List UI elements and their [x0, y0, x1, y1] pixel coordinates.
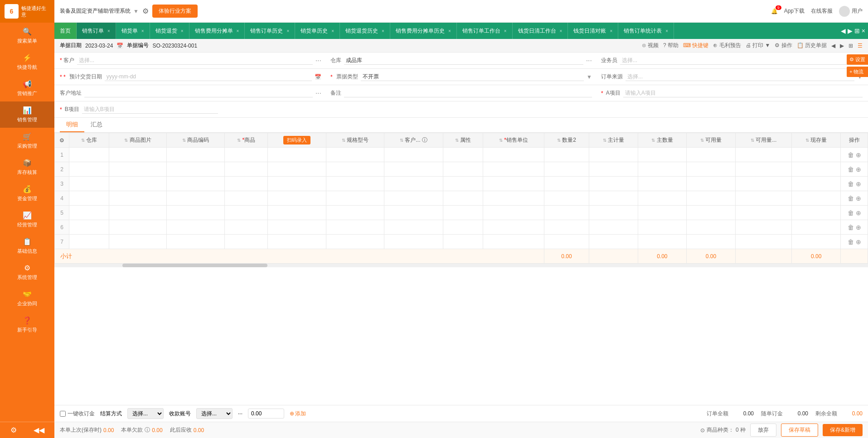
- sidebar-item-marketing[interactable]: 📢 营销推广: [0, 75, 54, 101]
- close-icon[interactable]: ×: [181, 29, 184, 34]
- row-spec[interactable]: [326, 162, 384, 177]
- sidebar-item-basic[interactable]: 📋 基础信息: [0, 233, 54, 259]
- video-btn[interactable]: ⊙ 视频: [642, 42, 659, 49]
- settings-bottom-icon[interactable]: ⚙: [10, 426, 17, 434]
- grid-view-icon[interactable]: ⊞: [849, 43, 853, 49]
- copy-row-icon[interactable]: ⊕: [856, 151, 861, 159]
- save-draft-btn[interactable]: 保存草稿: [781, 424, 818, 437]
- row-main-qty[interactable]: [638, 177, 687, 191]
- tab-cash-workbench[interactable]: 钱货日清工作台 ×: [513, 23, 568, 39]
- tab-sales-stats[interactable]: 销售订单统计表 ×: [618, 23, 674, 39]
- row-stock[interactable]: [792, 220, 841, 235]
- row-main-qty[interactable]: [638, 235, 687, 249]
- row-available[interactable]: [687, 206, 736, 220]
- row-main-qty[interactable]: [638, 206, 687, 220]
- delivery-calendar-icon[interactable]: 📅: [315, 74, 321, 80]
- row-unit[interactable]: [483, 148, 544, 162]
- sidebar-item-search[interactable]: 🔍 搜索菜单: [0, 23, 54, 49]
- sidebar-item-guide[interactable]: ❓ 新手引导: [0, 312, 54, 338]
- row-product[interactable]: [225, 220, 268, 235]
- tab-sales-return[interactable]: 销货退货 ×: [150, 23, 189, 39]
- row-unit[interactable]: [483, 206, 544, 220]
- prev-doc-icon[interactable]: ◀: [831, 43, 835, 49]
- history-btn[interactable]: 📋 历史单据: [797, 42, 827, 49]
- col-settings[interactable]: ⚙: [55, 133, 69, 148]
- row-image[interactable]: [109, 235, 167, 249]
- copy-row-icon[interactable]: ⊕: [856, 209, 861, 217]
- row-customer-code[interactable]: [384, 220, 443, 235]
- delete-row-icon[interactable]: 🗑: [848, 238, 854, 245]
- row-main-unit[interactable]: [589, 235, 638, 249]
- row-image[interactable]: [109, 162, 167, 177]
- tab-detail[interactable]: 明细: [60, 118, 84, 132]
- row-main-qty[interactable]: [638, 191, 687, 206]
- copy-row-icon[interactable]: ⊕: [856, 224, 861, 231]
- row-attr[interactable]: [443, 220, 483, 235]
- account-select[interactable]: 选择...: [196, 408, 233, 419]
- row-available[interactable]: [687, 235, 736, 249]
- row-attr[interactable]: [443, 177, 483, 191]
- delete-row-icon[interactable]: 🗑: [848, 180, 854, 188]
- delete-row-icon[interactable]: 🗑: [848, 151, 854, 159]
- row-customer-code[interactable]: [384, 177, 443, 191]
- invoice-dropdown-icon[interactable]: ▼: [587, 74, 592, 80]
- copy-row-icon[interactable]: ⊕: [856, 180, 861, 188]
- collapse-icon[interactable]: ◀◀: [34, 426, 44, 434]
- row-attr[interactable]: [443, 162, 483, 177]
- row-unit[interactable]: [483, 235, 544, 249]
- online-service-link[interactable]: 在线客服: [811, 7, 833, 15]
- row-image[interactable]: [109, 220, 167, 235]
- delete-row-icon[interactable]: 🗑: [848, 166, 854, 173]
- row-available[interactable]: [687, 220, 736, 235]
- save-new-btn[interactable]: 保存&新增: [823, 424, 863, 436]
- row-customer-code[interactable]: [384, 148, 443, 162]
- row-available2[interactable]: [735, 162, 791, 177]
- sidebar-item-operation[interactable]: 📈 经营管理: [0, 207, 54, 233]
- invoice-input[interactable]: [361, 72, 584, 81]
- row-warehouse[interactable]: [69, 206, 109, 220]
- one-click-checkbox[interactable]: [60, 411, 66, 417]
- row-spec[interactable]: [326, 148, 384, 162]
- tab-sales-order[interactable]: 销售订单 ×: [77, 23, 116, 39]
- row-stock[interactable]: [792, 191, 841, 206]
- material-float-btn[interactable]: + 物流: [847, 67, 868, 77]
- row-code[interactable]: [167, 235, 225, 249]
- delete-row-icon[interactable]: 🗑: [848, 209, 854, 217]
- row-product[interactable]: [225, 191, 268, 206]
- customer-input[interactable]: [77, 56, 313, 65]
- row-warehouse[interactable]: [69, 148, 109, 162]
- row-stock[interactable]: [792, 177, 841, 191]
- row-warehouse[interactable]: [69, 162, 109, 177]
- row-product[interactable]: [225, 177, 268, 191]
- row-main-unit[interactable]: [589, 148, 638, 162]
- delete-row-icon[interactable]: 🗑: [848, 224, 854, 231]
- row-code[interactable]: [167, 177, 225, 191]
- row-unit[interactable]: [483, 191, 544, 206]
- row-main-qty[interactable]: [638, 220, 687, 235]
- close-all-icon[interactable]: ×: [862, 27, 865, 34]
- tab-sales-goods-history[interactable]: 销货单历史 ×: [295, 23, 340, 39]
- row-unit[interactable]: [483, 162, 544, 177]
- row-warehouse[interactable]: [69, 177, 109, 191]
- row-qty2[interactable]: [544, 206, 589, 220]
- row-spec[interactable]: [326, 220, 384, 235]
- add-btn[interactable]: ⊕ 添加: [290, 410, 306, 418]
- sidebar-item-quick[interactable]: ⚡ 快捷导航: [0, 49, 54, 75]
- row-available2[interactable]: [735, 220, 791, 235]
- row-code[interactable]: [167, 206, 225, 220]
- row-warehouse[interactable]: [69, 191, 109, 206]
- next-doc-icon[interactable]: ▶: [840, 43, 844, 49]
- row-main-unit[interactable]: [589, 220, 638, 235]
- row-warehouse[interactable]: [69, 220, 109, 235]
- row-stock[interactable]: [792, 162, 841, 177]
- row-customer-code[interactable]: [384, 191, 443, 206]
- sidebar-item-collab[interactable]: 🤝 企业协同: [0, 285, 54, 312]
- row-code[interactable]: [167, 191, 225, 206]
- row-available2[interactable]: [735, 235, 791, 249]
- row-main-unit[interactable]: [589, 177, 638, 191]
- delete-row-icon[interactable]: 🗑: [848, 195, 854, 202]
- amount-input[interactable]: [248, 409, 284, 419]
- row-spec[interactable]: [326, 235, 384, 249]
- scan-btn[interactable]: 扫码录入: [283, 136, 310, 144]
- prev-tab-icon[interactable]: ◀: [841, 27, 846, 34]
